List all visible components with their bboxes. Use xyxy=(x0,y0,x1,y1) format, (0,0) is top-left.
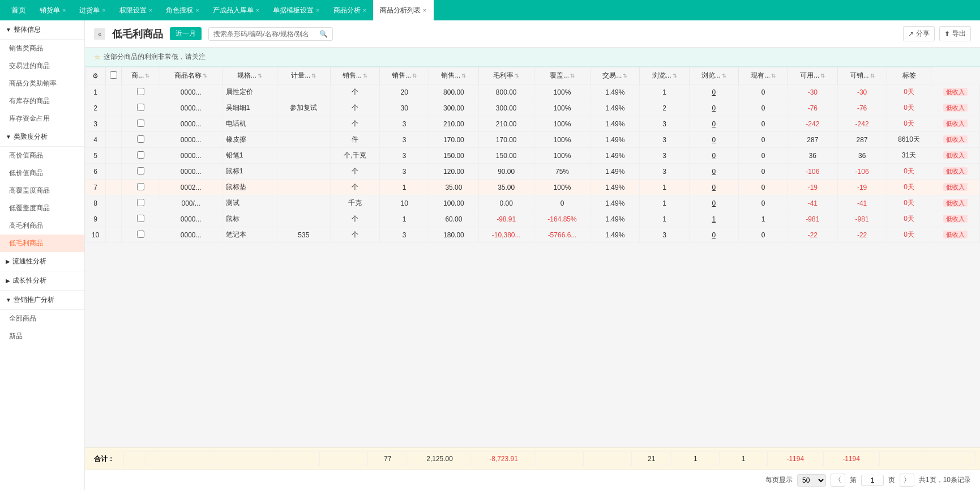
sidebar-item-stock-goods[interactable]: 有库存的商品 xyxy=(0,92,84,110)
sidebar-item-low-value[interactable]: 低价值商品 xyxy=(0,164,84,182)
row-select-checkbox[interactable] xyxy=(137,231,144,238)
row-number: 1 xyxy=(85,84,106,100)
search-box[interactable]: 🔍 xyxy=(208,27,333,41)
col-amount[interactable]: 销售...⇅ xyxy=(380,67,429,84)
sidebar-item-high-coverage[interactable]: 高覆盖度商品 xyxy=(0,182,84,199)
row-checkbox[interactable] xyxy=(122,227,160,243)
row-select-checkbox[interactable] xyxy=(137,88,144,95)
col-stock[interactable]: 现有...⇅ xyxy=(738,67,788,84)
close-role-icon[interactable]: × xyxy=(195,7,199,14)
col-checkbox[interactable] xyxy=(106,67,122,84)
sidebar-group-cluster[interactable]: ▼ 类聚度分析 xyxy=(0,127,84,147)
filter-button[interactable]: 近一月 xyxy=(170,27,202,40)
row-views1[interactable]: 1 xyxy=(689,211,738,227)
next-page-button[interactable]: 〉 xyxy=(900,474,914,487)
nav-analysis[interactable]: 商品分析 × xyxy=(327,0,373,20)
row-select-checkbox[interactable] xyxy=(137,104,144,111)
close-sales-icon[interactable]: × xyxy=(62,7,66,14)
row-checkbox[interactable] xyxy=(122,180,160,195)
row-views1[interactable]: 0 xyxy=(689,180,738,195)
row-views1[interactable]: 0 xyxy=(689,227,738,243)
share-button[interactable]: ↗ 分享 xyxy=(903,26,935,41)
sidebar-group-overall[interactable]: ▼ 整体信息 xyxy=(0,20,84,40)
row-checkbox[interactable] xyxy=(122,148,160,164)
prev-page-button[interactable]: 〈 xyxy=(831,474,845,487)
row-checkbox[interactable] xyxy=(122,100,160,116)
close-permission-icon[interactable]: × xyxy=(149,7,152,14)
sidebar-group-marketing[interactable]: ▼ 营销推广分析 xyxy=(0,291,84,310)
row-select-checkbox[interactable] xyxy=(137,135,144,143)
table-row: 10 0000... 笔记本 535 个 3 180.00 -10,380...… xyxy=(85,227,980,243)
row-spec xyxy=(277,180,330,195)
sidebar-item-capital[interactable]: 库存资金占用 xyxy=(0,110,84,127)
search-input[interactable] xyxy=(213,30,317,38)
sidebar-item-low-margin[interactable]: 低毛利商品 xyxy=(0,235,84,252)
nav-home[interactable]: 首页 xyxy=(5,0,33,20)
col-spec[interactable]: 规格...⇅ xyxy=(222,67,277,84)
nav-sales[interactable]: 销货单 × xyxy=(33,0,72,20)
close-template-icon[interactable]: × xyxy=(316,7,319,14)
row-views1[interactable]: 0 xyxy=(689,84,738,100)
sidebar-item-low-coverage[interactable]: 低覆盖度商品 xyxy=(0,199,84,217)
close-analysis-icon[interactable]: × xyxy=(363,7,366,14)
row-unit: 个,千克 xyxy=(330,148,379,164)
row-views1[interactable]: 0 xyxy=(689,116,738,132)
col-available[interactable]: 可用...⇅ xyxy=(788,67,837,84)
col-name[interactable]: 商品名称⇅ xyxy=(160,67,222,84)
sidebar-item-high-value[interactable]: 高价值商品 xyxy=(0,147,84,164)
col-coverage[interactable]: 覆盖...⇅ xyxy=(534,67,590,84)
sidebar-item-traded-goods[interactable]: 交易过的商品 xyxy=(0,57,84,75)
row-checkbox[interactable] xyxy=(122,132,160,148)
select-all-checkbox[interactable] xyxy=(110,71,117,79)
row-select-checkbox[interactable] xyxy=(137,167,144,174)
sidebar-item-high-margin[interactable]: 高毛利商品 xyxy=(0,217,84,235)
row-checkbox[interactable] xyxy=(122,164,160,180)
col-views1[interactable]: 浏览...⇅ xyxy=(640,67,689,84)
row-select-checkbox[interactable] xyxy=(137,120,144,127)
row-select-checkbox[interactable] xyxy=(137,183,144,190)
row-views1[interactable]: 0 xyxy=(689,100,738,116)
row-checkbox[interactable] xyxy=(122,195,160,211)
row-views1[interactable]: 0 xyxy=(689,148,738,164)
nav-template[interactable]: 单据模板设置 × xyxy=(266,0,326,20)
row-checkbox[interactable] xyxy=(122,84,160,100)
close-product-entry-icon[interactable]: × xyxy=(256,7,259,14)
row-trade: 1 xyxy=(640,195,689,211)
row-views1[interactable]: 0 xyxy=(689,132,738,148)
row-select-checkbox[interactable] xyxy=(137,199,144,206)
nav-product-entry[interactable]: 产成品入库单 × xyxy=(206,0,266,20)
col-profit[interactable]: 销售...⇅ xyxy=(429,67,478,84)
col-tag[interactable]: 标签 xyxy=(887,67,931,84)
col-code[interactable]: 商...⇅ xyxy=(122,67,160,84)
row-checkbox[interactable] xyxy=(122,116,160,132)
sidebar-item-all-goods[interactable]: 全部商品 xyxy=(0,310,84,327)
collapse-sidebar-button[interactable]: « xyxy=(94,28,105,40)
page-number-input[interactable] xyxy=(861,475,884,486)
row-name: 鼠标1 xyxy=(222,164,277,180)
row-views1[interactable]: 0 xyxy=(689,164,738,180)
nav-role[interactable]: 角色授权 × xyxy=(159,0,206,20)
col-trade[interactable]: 交易...⇅ xyxy=(590,67,640,84)
nav-purchase[interactable]: 进货单 × xyxy=(72,0,112,20)
row-checkbox[interactable] xyxy=(122,211,160,227)
row-select-checkbox[interactable] xyxy=(137,151,144,159)
per-page-select[interactable]: 50 100 200 xyxy=(797,474,826,487)
nav-analysis-list[interactable]: 商品分析列表 × xyxy=(373,0,433,20)
sidebar-item-new-goods[interactable]: 新品 xyxy=(0,327,84,345)
close-analysis-list-icon[interactable]: × xyxy=(423,7,426,14)
nav-permission[interactable]: 权限设置 × xyxy=(113,0,159,20)
col-settings[interactable]: ⚙ xyxy=(85,67,106,84)
export-button[interactable]: ⬆ 导出 xyxy=(939,26,971,41)
close-purchase-icon[interactable]: × xyxy=(102,7,105,14)
sidebar-group-flow[interactable]: ▶ 流通性分析 xyxy=(0,252,84,271)
col-qty[interactable]: 销售...⇅ xyxy=(330,67,379,84)
sidebar-group-growth[interactable]: ▶ 成长性分析 xyxy=(0,271,84,291)
col-margin[interactable]: 毛利率⇅ xyxy=(478,67,534,84)
row-select-checkbox[interactable] xyxy=(137,215,144,222)
sidebar-item-category-rate[interactable]: 商品分类助销率 xyxy=(0,75,84,92)
col-saleable[interactable]: 可销...⇅ xyxy=(837,67,887,84)
col-views2[interactable]: 浏览...⇅ xyxy=(689,67,738,84)
col-unit[interactable]: 计量...⇅ xyxy=(277,67,330,84)
sidebar-item-sales-goods[interactable]: 销售类商品 xyxy=(0,40,84,57)
row-views1[interactable]: 0 xyxy=(689,195,738,211)
